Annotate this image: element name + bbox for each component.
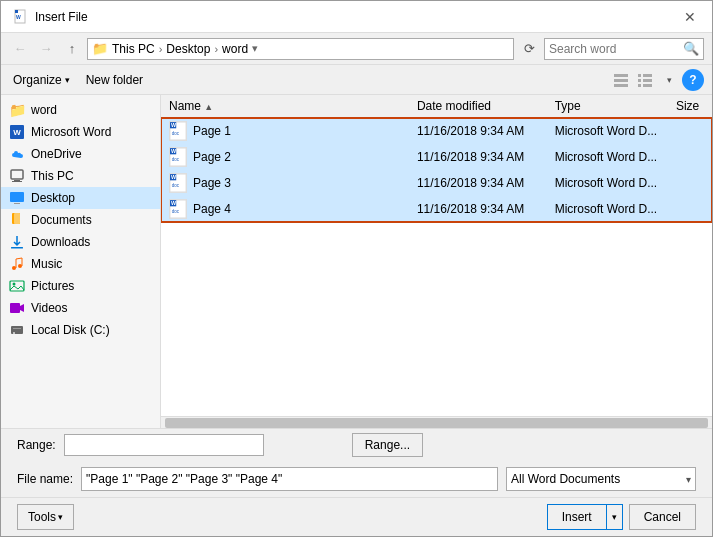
sidebar-item-onedrive[interactable]: OneDrive — [1, 143, 160, 165]
up-button[interactable]: ↑ — [61, 38, 83, 60]
svg-rect-10 — [638, 84, 641, 87]
range-input[interactable] — [64, 434, 264, 456]
scrollbar-thumb — [165, 418, 708, 428]
file-icon: Wdoc — [169, 147, 187, 167]
svg-text:doc: doc — [172, 157, 180, 162]
sidebar-item-videos[interactable]: Videos — [1, 297, 160, 319]
back-button[interactable]: ← — [9, 38, 31, 60]
sidebar-item-music[interactable]: Music — [1, 253, 160, 275]
tools-button[interactable]: Tools ▾ — [17, 504, 74, 530]
sidebar-item-desktop[interactable]: Desktop — [1, 187, 160, 209]
sidebar-item-label: Documents — [31, 213, 92, 227]
sidebar-item-this-pc[interactable]: This PC — [1, 165, 160, 187]
svg-rect-9 — [643, 79, 652, 82]
insert-file-dialog: W Insert File ✕ ← → ↑ 📁 This PC › Deskto… — [0, 0, 713, 537]
range-label: Range: — [17, 438, 56, 452]
filename-input[interactable] — [81, 467, 498, 491]
breadcrumb[interactable]: 📁 This PC › Desktop › word ▾ — [87, 38, 514, 60]
file-table: Name ▲ Date modified Type Size — [161, 95, 712, 222]
sidebar-item-microsoft-word[interactable]: W Microsoft Word — [1, 121, 160, 143]
filename-label: File name: — [17, 472, 73, 486]
range-button[interactable]: Range... — [352, 433, 423, 457]
file-name-cell: Wdoc Page 4 — [161, 196, 409, 222]
sidebar-item-label: Microsoft Word — [31, 125, 111, 139]
sidebar: 📁 word W Microsoft Word OneDrive — [1, 95, 161, 428]
svg-rect-18 — [14, 213, 20, 224]
bottom-buttons: Tools ▾ Insert ▾ Cancel — [1, 497, 712, 536]
svg-point-21 — [18, 264, 22, 268]
svg-rect-25 — [11, 326, 23, 334]
organize-button[interactable]: Organize ▾ — [9, 71, 74, 89]
search-box: 🔍 — [544, 38, 704, 60]
svg-text:doc: doc — [172, 131, 180, 136]
column-header-name[interactable]: Name ▲ — [161, 95, 409, 118]
svg-text:doc: doc — [172, 209, 180, 214]
sidebar-item-pictures[interactable]: Pictures — [1, 275, 160, 297]
sidebar-item-word[interactable]: 📁 word — [1, 99, 160, 121]
horizontal-scrollbar[interactable] — [161, 416, 712, 428]
svg-rect-15 — [10, 192, 24, 202]
main-content: 📁 word W Microsoft Word OneDrive — [1, 95, 712, 428]
file-list: Name ▲ Date modified Type Size — [161, 95, 712, 416]
tools-arrow-icon: ▾ — [58, 512, 63, 522]
filetype-label: All Word Documents — [511, 472, 620, 486]
filetype-select[interactable]: All Word Documents ▾ — [506, 467, 696, 491]
svg-text:W: W — [16, 14, 21, 20]
table-row[interactable]: Wdoc Page 1 11/16/2018 9:34 AM Microsoft… — [161, 118, 712, 145]
sidebar-item-local-disk[interactable]: Local Disk (C:) — [1, 319, 160, 341]
sidebar-item-documents[interactable]: Documents — [1, 209, 160, 231]
svg-rect-26 — [13, 332, 15, 334]
breadcrumb-desktop: Desktop — [166, 42, 210, 56]
svg-rect-3 — [614, 74, 628, 77]
column-header-size[interactable]: Size — [668, 95, 712, 118]
file-name-cell: Wdoc Page 3 — [161, 170, 409, 196]
svg-rect-4 — [614, 79, 628, 82]
file-area: Name ▲ Date modified Type Size — [161, 95, 712, 428]
organize-toolbar: Organize ▾ New folder — [1, 65, 712, 95]
svg-rect-1 — [15, 10, 18, 13]
svg-text:doc: doc — [172, 183, 180, 188]
sidebar-item-downloads[interactable]: Downloads — [1, 231, 160, 253]
svg-rect-11 — [643, 84, 652, 87]
svg-rect-12 — [11, 170, 23, 179]
sidebar-item-label: Desktop — [31, 191, 75, 205]
downloads-icon — [9, 234, 25, 250]
folder-icon: 📁 — [9, 102, 25, 118]
cancel-button[interactable]: Cancel — [629, 504, 696, 530]
breadcrumb-word: word — [222, 42, 248, 56]
close-button[interactable]: ✕ — [680, 7, 700, 27]
view-list-button[interactable] — [610, 69, 632, 91]
organize-arrow-icon: ▾ — [65, 75, 70, 85]
pictures-icon — [9, 278, 25, 294]
table-row[interactable]: Wdoc Page 2 11/16/2018 9:34 AM Microsoft… — [161, 144, 712, 170]
documents-icon — [9, 212, 25, 228]
svg-rect-24 — [10, 303, 20, 313]
onedrive-icon — [9, 146, 25, 162]
insert-dropdown-button[interactable]: ▾ — [607, 505, 622, 529]
pc-icon — [9, 168, 25, 184]
svg-rect-14 — [12, 181, 22, 182]
table-row[interactable]: Wdoc Page 4 11/16/2018 9:34 AM Microsoft… — [161, 196, 712, 222]
insert-main-button[interactable]: Insert — [548, 505, 607, 529]
svg-rect-22 — [10, 281, 24, 291]
file-name-cell: Wdoc Page 2 — [161, 144, 409, 170]
refresh-button[interactable]: ⟳ — [518, 38, 540, 60]
view-toggle-arrow[interactable]: ▾ — [658, 69, 680, 91]
search-input[interactable] — [549, 42, 679, 56]
forward-button[interactable]: → — [35, 38, 57, 60]
svg-point-20 — [12, 266, 16, 270]
column-header-date[interactable]: Date modified — [409, 95, 547, 118]
insert-button-group: Insert ▾ — [547, 504, 623, 530]
column-header-type[interactable]: Type — [547, 95, 668, 118]
sidebar-item-label: OneDrive — [31, 147, 82, 161]
svg-point-23 — [13, 283, 16, 286]
folder-icon: 📁 — [92, 41, 108, 57]
view-details-button[interactable] — [634, 69, 656, 91]
sidebar-item-label: Local Disk (C:) — [31, 323, 110, 337]
dialog-title: Insert File — [35, 10, 88, 24]
table-row[interactable]: Wdoc Page 3 11/16/2018 9:34 AM Microsoft… — [161, 170, 712, 196]
search-icon: 🔍 — [683, 41, 699, 56]
new-folder-button[interactable]: New folder — [82, 71, 147, 89]
help-button[interactable]: ? — [682, 69, 704, 91]
title-bar-left: W Insert File — [13, 9, 88, 25]
